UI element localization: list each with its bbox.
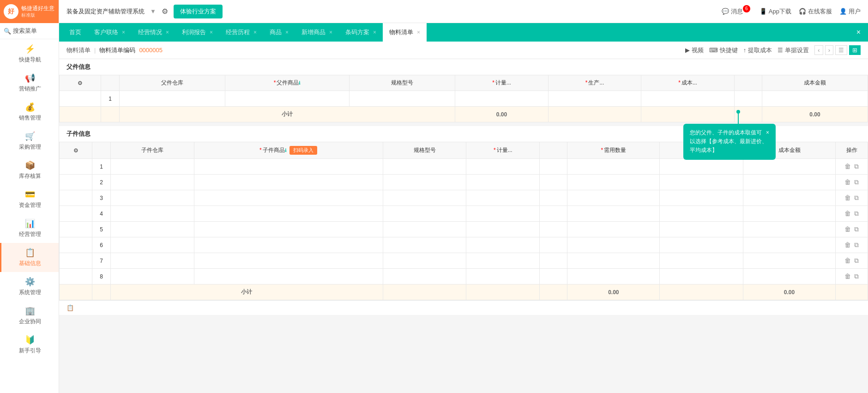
breadcrumb-item1[interactable]: 物料清单 bbox=[66, 46, 90, 54]
online-service-action[interactable]: 🎧 在线客服 bbox=[799, 7, 832, 16]
copy-icon[interactable]: ⧉ bbox=[854, 272, 859, 280]
child-row-spec[interactable] bbox=[383, 222, 466, 237]
scan-button[interactable]: 扫码录入 bbox=[289, 146, 317, 155]
shortcut-action[interactable]: ⌨ 快捷键 bbox=[709, 46, 738, 54]
child-row-unit[interactable] bbox=[466, 175, 540, 190]
app-download-action[interactable]: 📱 App下载 bbox=[760, 7, 791, 16]
child-row-goods[interactable] bbox=[194, 237, 383, 253]
child-row-spec[interactable] bbox=[383, 190, 466, 206]
child-row-unit[interactable] bbox=[466, 269, 540, 284]
child-row-spec[interactable] bbox=[383, 175, 466, 190]
child-row-qty[interactable] bbox=[567, 237, 660, 253]
extract-cost-action[interactable]: ↑ 提取成本 bbox=[743, 46, 772, 54]
parent-row-spec[interactable] bbox=[350, 91, 455, 107]
tab-bom[interactable]: 物料清单 × bbox=[383, 23, 427, 42]
child-row-qty[interactable] bbox=[567, 269, 660, 284]
delete-icon[interactable]: 🗑 bbox=[844, 257, 851, 264]
parent-col-setting[interactable]: ⚙ bbox=[60, 75, 101, 91]
tab-customer[interactable]: 客户联络 × bbox=[88, 23, 132, 42]
tab-ops-status[interactable]: 经营情况 × bbox=[132, 23, 175, 42]
tab-goods[interactable]: 商品 × bbox=[263, 23, 295, 42]
delete-icon[interactable]: 🗑 bbox=[844, 272, 851, 280]
child-col-setting[interactable]: ⚙ bbox=[60, 142, 92, 159]
delete-icon[interactable]: 🗑 bbox=[844, 241, 851, 248]
child-row-spec[interactable] bbox=[383, 269, 466, 284]
parent-row-warehouse[interactable] bbox=[120, 91, 225, 107]
tab-bom-close[interactable]: × bbox=[417, 29, 420, 36]
parent-row-produce[interactable] bbox=[548, 91, 641, 107]
child-row-goods[interactable] bbox=[194, 159, 383, 175]
sidebar-item-operations[interactable]: 📊 经营管理 bbox=[0, 214, 59, 243]
delete-icon[interactable]: 🗑 bbox=[844, 210, 851, 217]
delete-icon[interactable]: 🗑 bbox=[844, 225, 851, 233]
child-row-spec[interactable] bbox=[383, 237, 466, 253]
tabbar-close-button[interactable]: × bbox=[853, 28, 864, 36]
child-row-qty[interactable] bbox=[567, 222, 660, 237]
sidebar-item-sales[interactable]: 💰 销售管理 bbox=[0, 97, 59, 127]
tab-barcode-close[interactable]: × bbox=[373, 29, 376, 36]
sidebar-item-basic-info[interactable]: 📋 基础信息 bbox=[0, 243, 59, 272]
sidebar-item-inventory[interactable]: 📦 库存核算 bbox=[0, 156, 59, 185]
child-row-warehouse[interactable] bbox=[111, 222, 194, 237]
sidebar-item-guide[interactable]: 🔰 新手引导 bbox=[0, 330, 59, 359]
tab-customer-close[interactable]: × bbox=[122, 29, 125, 36]
tab-goods-close[interactable]: × bbox=[285, 29, 289, 36]
copy-icon[interactable]: ⧉ bbox=[854, 163, 859, 170]
sidebar-item-marketing[interactable]: 📢 营销推广 bbox=[0, 68, 59, 97]
copy-icon[interactable]: ⧉ bbox=[854, 194, 859, 201]
child-row-unit[interactable] bbox=[466, 253, 540, 269]
child-row-goods[interactable] bbox=[194, 269, 383, 284]
child-row-unit[interactable] bbox=[466, 237, 540, 253]
delete-icon[interactable]: 🗑 bbox=[844, 178, 851, 186]
tab-profit[interactable]: 利润报告 × bbox=[175, 23, 219, 42]
child-row-warehouse[interactable] bbox=[111, 253, 194, 269]
copy-icon[interactable]: ⧉ bbox=[854, 257, 859, 264]
child-row-goods[interactable] bbox=[194, 206, 383, 222]
trial-button[interactable]: 体验行业方案 bbox=[174, 5, 223, 18]
tab-ops-status-close[interactable]: × bbox=[166, 29, 169, 36]
tab-new-goods-close[interactable]: × bbox=[329, 29, 332, 36]
sidebar-search[interactable]: 🔍 搜索菜单 bbox=[0, 23, 59, 39]
delete-icon[interactable]: 🗑 bbox=[844, 163, 851, 170]
user-action[interactable]: 👤 用户 bbox=[839, 7, 861, 16]
child-row-spec[interactable] bbox=[383, 159, 466, 175]
parent-row-unit[interactable] bbox=[455, 91, 549, 107]
tab-new-goods[interactable]: 新增商品 × bbox=[295, 23, 339, 42]
child-row-goods[interactable] bbox=[194, 222, 383, 237]
child-row-qty[interactable] bbox=[567, 190, 660, 206]
child-row-qty[interactable] bbox=[567, 159, 660, 175]
child-row-warehouse[interactable] bbox=[111, 190, 194, 206]
child-row-warehouse[interactable] bbox=[111, 237, 194, 253]
sidebar-item-system[interactable]: ⚙️ 系统管理 bbox=[0, 272, 59, 301]
child-row-goods[interactable] bbox=[194, 190, 383, 206]
single-settings-action[interactable]: ☰ 单据设置 bbox=[778, 46, 809, 54]
child-row-warehouse[interactable] bbox=[111, 159, 194, 175]
child-row-qty[interactable] bbox=[567, 175, 660, 190]
child-row-warehouse[interactable] bbox=[111, 175, 194, 190]
sidebar-item-quick-nav[interactable]: ⚡ 快捷导航 bbox=[0, 39, 59, 68]
tab-ops-history-close[interactable]: × bbox=[253, 29, 257, 36]
tab-barcode[interactable]: 条码方案 × bbox=[339, 23, 383, 42]
tab-profit-close[interactable]: × bbox=[210, 29, 213, 36]
dropdown-icon[interactable]: ▼ bbox=[150, 8, 156, 15]
list-view-icon[interactable]: ☰ bbox=[835, 45, 847, 55]
tab-home[interactable]: 首页 bbox=[63, 23, 88, 42]
sidebar-item-enterprise[interactable]: 🏢 企业协同 bbox=[0, 301, 59, 330]
child-row-unit[interactable] bbox=[466, 222, 540, 237]
sidebar-item-purchase[interactable]: 🛒 采购管理 bbox=[0, 127, 59, 156]
child-row-spec[interactable] bbox=[383, 253, 466, 269]
grid-view-icon[interactable]: ⊞ bbox=[849, 45, 861, 55]
child-row-warehouse[interactable] bbox=[111, 269, 194, 284]
child-row-goods[interactable] bbox=[194, 175, 383, 190]
child-row-unit[interactable] bbox=[466, 190, 540, 206]
copy-icon[interactable]: ⧉ bbox=[854, 225, 859, 233]
copy-icon[interactable]: ⧉ bbox=[854, 241, 859, 248]
child-row-unit[interactable] bbox=[466, 159, 540, 175]
parent-row-goods[interactable] bbox=[225, 91, 350, 107]
parent-row-cost[interactable] bbox=[641, 91, 735, 107]
child-row-warehouse[interactable] bbox=[111, 206, 194, 222]
child-row-qty[interactable] bbox=[567, 253, 660, 269]
copy-icon[interactable]: ⧉ bbox=[854, 210, 859, 217]
child-row-qty[interactable] bbox=[567, 206, 660, 222]
copy-icon[interactable]: ⧉ bbox=[854, 178, 859, 186]
